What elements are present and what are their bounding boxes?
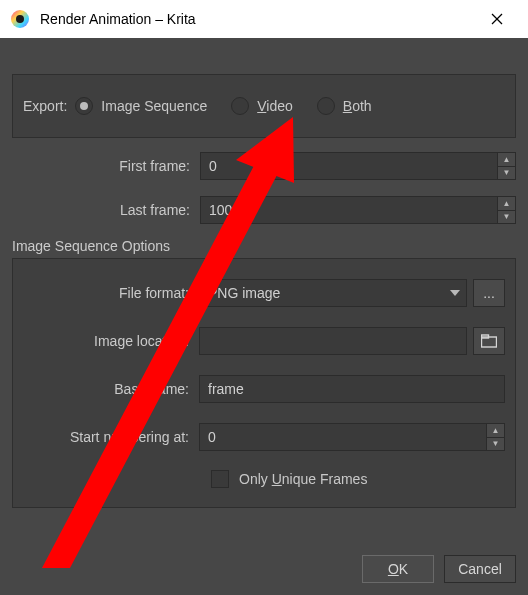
image-location-label: Image location: — [23, 333, 199, 349]
spinner-buttons[interactable]: ▲▼ — [497, 197, 515, 223]
base-name-label: Base name: — [23, 381, 199, 397]
base-name-value: frame — [208, 381, 244, 397]
spin-down-icon[interactable]: ▼ — [498, 167, 515, 180]
last-frame-input[interactable]: 100 ▲▼ — [200, 196, 516, 224]
spin-up-icon[interactable]: ▲ — [498, 197, 515, 211]
dialog-body: Export: Image Sequence Video Both First … — [0, 38, 528, 595]
first-frame-label: First frame: — [12, 158, 200, 174]
start-numbering-value: 0 — [208, 429, 216, 445]
start-numbering-label: Start numbering at: — [23, 429, 199, 445]
cancel-button[interactable]: Cancel — [444, 555, 516, 583]
file-format-select[interactable]: PNG image — [199, 279, 467, 307]
dialog-button-bar: OK Cancel — [12, 541, 516, 583]
sequence-heading: Image Sequence Options — [12, 238, 516, 254]
spinner-buttons[interactable]: ▲▼ — [497, 153, 515, 179]
radio-label: Image Sequence — [101, 98, 207, 114]
spin-up-icon[interactable]: ▲ — [487, 424, 504, 438]
image-location-input[interactable] — [199, 327, 467, 355]
file-format-label: File format: — [23, 285, 199, 301]
close-button[interactable] — [474, 0, 520, 38]
start-numbering-input[interactable]: 0 ▲▼ — [199, 423, 505, 451]
spin-up-icon[interactable]: ▲ — [498, 153, 515, 167]
browse-folder-button[interactable] — [473, 327, 505, 355]
window-title: Render Animation – Krita — [40, 11, 474, 27]
frame-range: First frame: 0 ▲▼ Last frame: 100 ▲▼ — [12, 144, 516, 232]
base-name-input[interactable]: frame — [199, 375, 505, 403]
only-unique-frames-checkbox[interactable] — [211, 470, 229, 488]
spinner-buttons[interactable]: ▲▼ — [486, 424, 504, 450]
ellipsis-icon: ... — [483, 285, 495, 301]
only-unique-frames-label: Only Unique Frames — [239, 471, 367, 487]
export-radio-group: Image Sequence Video Both — [75, 97, 371, 115]
last-frame-label: Last frame: — [12, 202, 200, 218]
radio-video[interactable]: Video — [231, 97, 293, 115]
radio-image-sequence[interactable]: Image Sequence — [75, 97, 207, 115]
radio-both[interactable]: Both — [317, 97, 372, 115]
first-frame-value: 0 — [209, 158, 217, 174]
radio-indicator-icon — [231, 97, 249, 115]
radio-label: Both — [343, 98, 372, 114]
folder-icon — [481, 334, 497, 348]
export-panel: Export: Image Sequence Video Both — [12, 74, 516, 138]
file-format-value: PNG image — [208, 285, 280, 301]
spin-down-icon[interactable]: ▼ — [487, 438, 504, 451]
svg-point-1 — [16, 15, 24, 23]
first-frame-input[interactable]: 0 ▲▼ — [200, 152, 516, 180]
radio-label: Video — [257, 98, 293, 114]
last-frame-value: 100 — [209, 202, 232, 218]
sequence-panel: File format: PNG image ... Image locatio… — [12, 258, 516, 508]
radio-indicator-icon — [317, 97, 335, 115]
ok-button[interactable]: OK — [362, 555, 434, 583]
radio-indicator-icon — [75, 97, 93, 115]
export-label: Export: — [23, 98, 67, 114]
chevron-down-icon — [450, 290, 460, 296]
file-format-options-button[interactable]: ... — [473, 279, 505, 307]
spin-down-icon[interactable]: ▼ — [498, 211, 515, 224]
title-bar: Render Animation – Krita — [0, 0, 528, 38]
app-icon — [10, 9, 30, 29]
close-icon — [491, 13, 503, 25]
